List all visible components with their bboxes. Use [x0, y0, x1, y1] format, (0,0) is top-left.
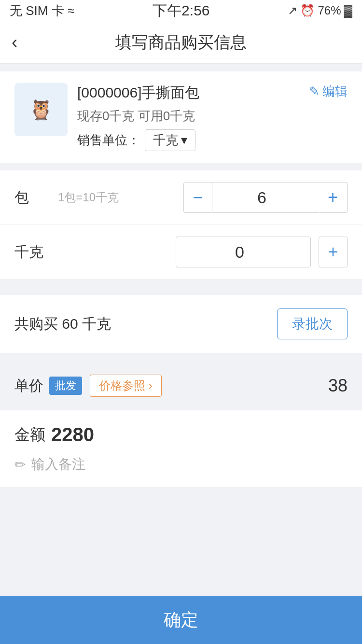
status-time: 下午2:56 — [153, 1, 209, 21]
edit-icon: ✎ — [309, 84, 320, 99]
product-unit-row: 销售单位： 千克 ▾ — [77, 129, 348, 151]
amount-label: 金额 — [14, 424, 45, 446]
summary-section: 共购买 60 千克 录批次 — [0, 295, 362, 353]
battery-level: 76% — [318, 4, 341, 17]
amount-section: 金额 2280 ✏ 输入备注 — [0, 410, 362, 487]
page-title: 填写商品购买信息 — [115, 31, 247, 54]
summary-row: 共购买 60 千克 录批次 — [0, 295, 362, 353]
chevron-down-icon: ▾ — [181, 133, 187, 148]
product-stock: 现存0千克 可用0千克 — [77, 108, 348, 125]
location-icon: ↗ — [288, 4, 297, 17]
content-area: 🦉 [0000006]手撕面包 ✎ 编辑 现存0千克 可用0千克 销售单位： 千… — [0, 64, 362, 644]
separator-3 — [0, 353, 362, 361]
remark-row[interactable]: ✏ 输入备注 — [14, 455, 348, 474]
nav-bar: ‹ 填写商品购买信息 — [0, 21, 362, 64]
bag-plus-button[interactable]: + — [319, 182, 348, 213]
product-name: [0000006]手撕面包 — [77, 83, 199, 103]
amount-value: 2280 — [51, 424, 94, 446]
alarm-icon: ⏰ — [300, 4, 315, 17]
bag-label: 包 — [14, 188, 53, 208]
unit-value: 千克 — [153, 132, 178, 149]
remark-placeholder: 输入备注 — [31, 455, 85, 474]
kg-controls: + — [176, 237, 348, 267]
price-label: 单价 — [14, 376, 43, 396]
product-image: 🦉 — [14, 83, 68, 136]
separator-1 — [0, 163, 362, 170]
kg-plus-button[interactable]: + — [319, 237, 348, 267]
edit-label: 编辑 — [322, 83, 348, 100]
back-button[interactable]: ‹ — [12, 32, 17, 53]
status-left: 无 SIM 卡 ≈ — [10, 2, 74, 19]
price-reference-button[interactable]: 价格参照 › — [90, 375, 162, 397]
unit-select[interactable]: 千克 ▾ — [145, 129, 195, 151]
edit-button[interactable]: ✎ 编辑 — [309, 83, 348, 100]
status-bar: 无 SIM 卡 ≈ 下午2:56 ↗ ⏰ 76% ▓ — [0, 0, 362, 21]
price-value: 38 — [328, 376, 348, 396]
separator-2 — [0, 280, 362, 287]
spacer — [0, 487, 362, 596]
kg-label: 千克 — [14, 242, 53, 262]
owl-icon: 🦉 — [29, 98, 53, 121]
kg-input-row: 千克 + — [0, 225, 362, 280]
bag-minus-button[interactable]: − — [183, 182, 212, 213]
bag-stepper: − + — [183, 182, 348, 213]
bag-input[interactable] — [212, 182, 319, 213]
amount-row: 金额 2280 — [14, 424, 348, 446]
price-type-badge: 批发 — [49, 377, 82, 395]
product-header-row: [0000006]手撕面包 ✎ 编辑 — [77, 83, 348, 108]
bag-hint: 1包=10千克 — [58, 190, 119, 205]
status-right: ↗ ⏰ 76% ▓ — [288, 4, 352, 17]
record-batch-button[interactable]: 录批次 — [277, 308, 348, 339]
unit-label: 销售单位： — [77, 132, 140, 149]
product-info: [0000006]手撕面包 ✎ 编辑 现存0千克 可用0千克 销售单位： 千克 … — [77, 83, 348, 151]
input-section: 包 1包=10千克 − + 千克 + — [0, 170, 362, 280]
pencil-icon: ✏ — [14, 457, 26, 473]
bag-input-row: 包 1包=10千克 − + — [0, 170, 362, 225]
confirm-button[interactable]: 确定 — [0, 596, 362, 644]
price-row: 单价 批发 价格参照 › 38 — [0, 361, 362, 410]
summary-text: 共购买 60 千克 — [14, 314, 111, 334]
battery-icon: ▓ — [344, 4, 352, 17]
kg-input[interactable] — [176, 237, 311, 267]
product-card: 🦉 [0000006]手撕面包 ✎ 编辑 现存0千克 可用0千克 销售单位： 千… — [0, 71, 362, 163]
